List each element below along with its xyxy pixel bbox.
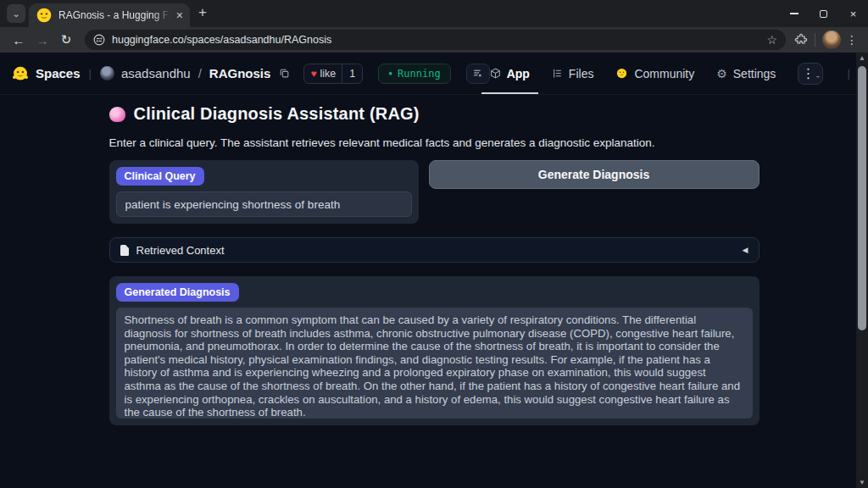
- like-badge[interactable]: ♥ like 1: [303, 64, 363, 84]
- files-tree-icon: [552, 68, 563, 79]
- generate-diagnosis-button[interactable]: Generate Diagnosis: [429, 160, 760, 189]
- output-group: Generated Diagnosis Shortness of breath …: [109, 276, 760, 425]
- tab-settings[interactable]: ⚙ Settings: [716, 53, 776, 94]
- hf-nav: App Files: [490, 53, 868, 94]
- running-status-badge[interactable]: ● Running: [378, 64, 450, 84]
- bookmark-star-icon[interactable]: ☆: [766, 33, 777, 47]
- kebab-icon: ⋮: [801, 65, 815, 81]
- retrieved-context-accordion[interactable]: Retrieved Context ◀: [109, 237, 760, 263]
- huggingface-favicon-icon: [36, 7, 53, 24]
- heart-icon: ♥: [310, 68, 316, 80]
- controls-row: Clinical Query Generate Diagnosis: [109, 160, 760, 224]
- hf-space-header: Spaces | asadsandhu / RAGnosis ♥ like 1: [0, 53, 868, 95]
- query-group: Clinical Query: [109, 160, 419, 224]
- copy-icon[interactable]: [279, 68, 290, 79]
- status-label: Running: [398, 68, 441, 80]
- collapse-arrow-icon: ◀: [743, 246, 748, 254]
- document-icon: [120, 245, 129, 256]
- tab-community-label: Community: [634, 67, 694, 80]
- like-label: like: [320, 68, 337, 80]
- community-icon: [615, 67, 628, 80]
- hf-header-left: Spaces | asadsandhu / RAGnosis ♥ like 1: [12, 64, 490, 84]
- address-bar[interactable]: huggingface.co/spaces/asadsandhu/RAGnosi…: [85, 30, 786, 50]
- page-viewport: Spaces | asadsandhu / RAGnosis ♥ like 1: [0, 53, 868, 488]
- link-icon: ⌁: [815, 73, 820, 80]
- reload-button[interactable]: ↻: [56, 32, 76, 47]
- tab-app[interactable]: App: [490, 53, 530, 94]
- browser-window: ⌄ RAGnosis - a Hugging Face Spa × + × ← …: [0, 0, 868, 488]
- browser-tab[interactable]: RAGnosis - a Hugging Face Spa ×: [29, 3, 190, 27]
- new-tab-button[interactable]: +: [198, 4, 207, 21]
- logs-button[interactable]: [466, 64, 490, 84]
- like-count[interactable]: 1: [342, 64, 362, 83]
- minimize-icon: [790, 13, 798, 14]
- site-info-icon[interactable]: [93, 34, 105, 46]
- gear-icon: ⚙: [716, 67, 727, 80]
- repo-name-link[interactable]: RAGnosis: [209, 66, 271, 80]
- forward-button[interactable]: →: [32, 33, 53, 47]
- tab-files-label: Files: [569, 67, 594, 80]
- toolbar-divider: [815, 33, 815, 47]
- tab-files[interactable]: Files: [552, 53, 594, 94]
- page-scrollbar[interactable]: ▲ ▼: [856, 53, 868, 488]
- plus-icon: +: [198, 4, 207, 20]
- accordion-label: Retrieved Context: [136, 244, 225, 257]
- browser-menu-button[interactable]: ⋮: [844, 33, 860, 47]
- close-window-button[interactable]: ×: [838, 0, 868, 27]
- space-options-button[interactable]: ⋮ ⌁: [798, 63, 823, 85]
- status-dot-icon: ●: [388, 69, 392, 77]
- close-icon: ×: [850, 8, 857, 20]
- tab-app-label: App: [507, 67, 530, 80]
- logs-icon: [472, 68, 483, 79]
- scrollbar-thumb[interactable]: [858, 66, 866, 330]
- header-divider: |: [89, 67, 92, 80]
- huggingface-logo-icon[interactable]: [12, 65, 29, 82]
- owner-repo-slash: /: [198, 66, 202, 80]
- cube-icon: [490, 68, 501, 79]
- close-tab-icon[interactable]: ×: [176, 9, 183, 21]
- extensions-icon[interactable]: [794, 33, 808, 47]
- owner-avatar[interactable]: [100, 66, 114, 80]
- tab-search-button[interactable]: ⌄: [7, 4, 25, 23]
- minimize-button[interactable]: [779, 0, 809, 27]
- browser-titlebar: ⌄ RAGnosis - a Hugging Face Spa × + ×: [0, 0, 868, 27]
- brain-emoji-icon: [109, 107, 125, 122]
- spaces-brand-label[interactable]: Spaces: [36, 66, 81, 80]
- tab-community[interactable]: Community: [615, 53, 694, 94]
- browser-toolbar: ← → ↻ huggingface.co/spaces/asadsandhu/R…: [0, 27, 868, 53]
- tab-settings-label: Settings: [733, 67, 776, 80]
- query-label-badge: Clinical Query: [116, 167, 204, 186]
- query-input[interactable]: [116, 191, 412, 217]
- chevron-down-icon: ⌄: [12, 8, 19, 19]
- scroll-down-arrow-icon[interactable]: ▼: [856, 479, 868, 486]
- app-title-row: Clinical Diagnosis Assistant (RAG): [109, 104, 760, 124]
- browser-profile-avatar[interactable]: [822, 30, 841, 49]
- maximize-button[interactable]: [809, 0, 838, 27]
- generated-diagnosis-textarea[interactable]: Shortness of breath is a common symptom …: [116, 308, 753, 419]
- window-controls: ×: [779, 0, 868, 27]
- tab-title: RAGnosis - a Hugging Face Spa: [58, 9, 170, 21]
- page-title: Clinical Diagnosis Assistant (RAG): [134, 104, 420, 124]
- back-button[interactable]: ←: [8, 33, 29, 47]
- nav-divider: |: [847, 67, 849, 80]
- url-text[interactable]: huggingface.co/spaces/asadsandhu/RAGnosi…: [112, 34, 760, 46]
- owner-name-link[interactable]: asadsandhu: [121, 66, 191, 80]
- gradio-app: Clinical Diagnosis Assistant (RAG) Enter…: [109, 95, 760, 425]
- app-subtitle: Enter a clinical query. The assistant re…: [109, 136, 760, 149]
- output-label-badge: Generated Diagnosis: [116, 283, 239, 302]
- maximize-icon: [820, 10, 827, 18]
- scroll-up-arrow-icon[interactable]: ▲: [856, 54, 868, 62]
